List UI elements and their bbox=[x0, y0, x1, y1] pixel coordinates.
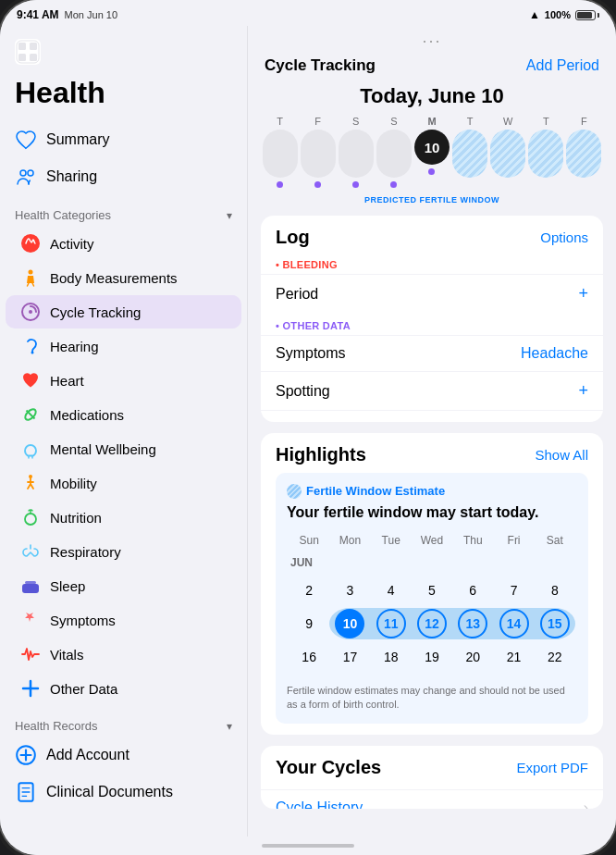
options-button[interactable]: Options bbox=[540, 229, 588, 245]
main-layout: Health Summary Sharing Hea bbox=[0, 26, 616, 836]
health-records-header: Health Records ▾ bbox=[0, 706, 247, 737]
cal-day-6: W bbox=[489, 116, 527, 188]
home-bar bbox=[262, 844, 354, 848]
summary-label: Summary bbox=[46, 131, 109, 148]
svg-point-6 bbox=[20, 170, 26, 176]
svg-line-14 bbox=[27, 411, 35, 419]
symptoms-icon bbox=[20, 610, 41, 630]
svg-rect-3 bbox=[18, 54, 26, 61]
sidebar-item-mental-wellbeing[interactable]: Mental Wellbeing bbox=[6, 432, 241, 465]
sidebar-item-nutrition[interactable]: Nutrition bbox=[6, 501, 241, 534]
battery-icon bbox=[575, 10, 599, 20]
svg-rect-2 bbox=[18, 43, 26, 50]
body-measurements-label: Body Measurements bbox=[50, 270, 178, 286]
content-header: Cycle Tracking Add Period bbox=[248, 53, 616, 81]
page-title: Cycle Tracking bbox=[265, 56, 376, 75]
mini-cal-row-1: 2 3 4 5 6 7 8 bbox=[289, 575, 575, 606]
sidebar-item-other-data[interactable]: Other Data bbox=[6, 672, 241, 705]
cal-day-8: F bbox=[565, 116, 603, 188]
cal-note: Fertile window estimates may change and … bbox=[287, 684, 577, 712]
export-pdf-button[interactable]: Export PDF bbox=[516, 760, 588, 775]
sidebar-item-respiratory[interactable]: Respiratory bbox=[6, 535, 241, 568]
sidebar-item-heart[interactable]: Heart bbox=[6, 364, 241, 397]
cal-day-0: T bbox=[261, 116, 299, 188]
sidebar-item-medications[interactable]: Medications bbox=[6, 398, 241, 431]
status-time: 9:41 AM bbox=[17, 8, 59, 21]
activity-icon bbox=[20, 233, 41, 254]
date-heading: Today, June 10 bbox=[248, 81, 616, 116]
cal-day-1: F bbox=[299, 116, 337, 188]
sharing-icon bbox=[15, 166, 37, 188]
activity-label: Activity bbox=[50, 236, 94, 252]
svg-point-8 bbox=[21, 234, 40, 253]
mini-cal-row-2: 9 10 11 12 13 14 15 bbox=[289, 608, 575, 639]
sidebar-item-symptoms[interactable]: Symptoms bbox=[6, 603, 241, 637]
dot-today bbox=[428, 168, 435, 175]
sidebar-item-sharing[interactable]: Sharing bbox=[0, 158, 247, 195]
svg-point-12 bbox=[31, 352, 34, 354]
factors-row[interactable]: Factors › bbox=[261, 410, 603, 422]
cal-day-7: T bbox=[527, 116, 565, 188]
log-title: Log bbox=[276, 227, 310, 248]
sidebar-item-hearing[interactable]: Hearing bbox=[6, 329, 241, 363]
app-icon-row bbox=[0, 35, 247, 76]
sidebar: Health Summary Sharing Hea bbox=[0, 26, 248, 836]
svg-rect-17 bbox=[22, 584, 39, 593]
chevron-down-icon: ▾ bbox=[227, 209, 232, 222]
spotting-row[interactable]: Spotting + bbox=[261, 371, 603, 410]
highlights-header: Highlights Show All bbox=[276, 444, 588, 473]
svg-rect-5 bbox=[30, 54, 37, 61]
sidebar-item-vitals[interactable]: Vitals bbox=[6, 638, 241, 671]
sleep-icon bbox=[20, 576, 41, 596]
cycle-history-label: Cycle History bbox=[276, 799, 363, 809]
add-period-button[interactable]: Add Period bbox=[526, 57, 599, 74]
respiratory-label: Respiratory bbox=[50, 544, 121, 560]
add-account-icon bbox=[15, 744, 37, 766]
svg-rect-4 bbox=[30, 43, 37, 50]
medications-icon bbox=[20, 404, 41, 425]
svg-point-7 bbox=[28, 170, 33, 176]
body-measurements-icon bbox=[20, 267, 41, 288]
your-cycles-card: Your Cycles Export PDF Cycle History › bbox=[261, 746, 603, 809]
sidebar-item-add-account[interactable]: Add Account bbox=[0, 737, 247, 774]
log-card-header: Log Options bbox=[261, 216, 603, 252]
clinical-documents-label: Clinical Documents bbox=[46, 784, 173, 800]
wifi-icon: ▲ bbox=[529, 8, 540, 21]
battery-percent: 100% bbox=[545, 9, 571, 20]
device-frame: 9:41 AM Mon Jun 10 ▲ 100% bbox=[0, 0, 616, 855]
svg-point-11 bbox=[29, 310, 32, 314]
mental-wellbeing-label: Mental Wellbeing bbox=[50, 441, 156, 457]
symptoms-row[interactable]: Symptoms Headache bbox=[261, 335, 603, 371]
hearing-icon bbox=[20, 336, 41, 356]
svg-point-16 bbox=[25, 514, 36, 525]
period-row[interactable]: Period + bbox=[261, 274, 603, 313]
symptoms-label: Symptoms bbox=[50, 613, 116, 628]
mini-cal-header: Sun Mon Tue Wed Thu Fri Sat bbox=[289, 534, 575, 547]
month-label-row: JUN bbox=[289, 552, 575, 571]
cycle-history-row[interactable]: Cycle History › bbox=[261, 789, 603, 809]
sidebar-item-mobility[interactable]: Mobility bbox=[6, 466, 241, 500]
cal-day-5: T bbox=[451, 116, 489, 188]
health-app-icon bbox=[15, 39, 41, 65]
status-bar: 9:41 AM Mon Jun 10 ▲ 100% bbox=[0, 0, 616, 26]
sidebar-item-body-measurements[interactable]: Body Measurements bbox=[6, 261, 241, 294]
fertile-label: PREDICTED FERTILE WINDOW bbox=[261, 193, 603, 210]
highlights-card: Highlights Show All Fertile Window Estim… bbox=[261, 433, 603, 735]
sidebar-app-title: Health bbox=[0, 76, 247, 121]
sidebar-item-clinical-documents[interactable]: Clinical Documents bbox=[0, 774, 247, 811]
sidebar-item-cycle-tracking[interactable]: Cycle Tracking bbox=[6, 295, 241, 328]
sleep-label: Sleep bbox=[50, 578, 85, 594]
fertile-window-badge: Fertile Window Estimate bbox=[287, 484, 445, 499]
content-area: ··· Cycle Tracking Add Period Today, Jun… bbox=[248, 26, 616, 836]
heart-label: Heart bbox=[50, 373, 84, 389]
highlights-title: Highlights bbox=[276, 444, 366, 465]
top-dots: ··· bbox=[248, 26, 616, 53]
sidebar-item-summary[interactable]: Summary bbox=[0, 121, 247, 158]
home-indicator bbox=[0, 836, 616, 855]
sidebar-item-activity[interactable]: Activity bbox=[6, 227, 241, 260]
show-all-button[interactable]: Show All bbox=[535, 447, 588, 463]
chevron-down-records-icon: ▾ bbox=[227, 720, 232, 733]
dot-2 bbox=[352, 181, 359, 188]
fertile-window-icon bbox=[287, 484, 302, 499]
sidebar-item-sleep[interactable]: Sleep bbox=[6, 569, 241, 602]
